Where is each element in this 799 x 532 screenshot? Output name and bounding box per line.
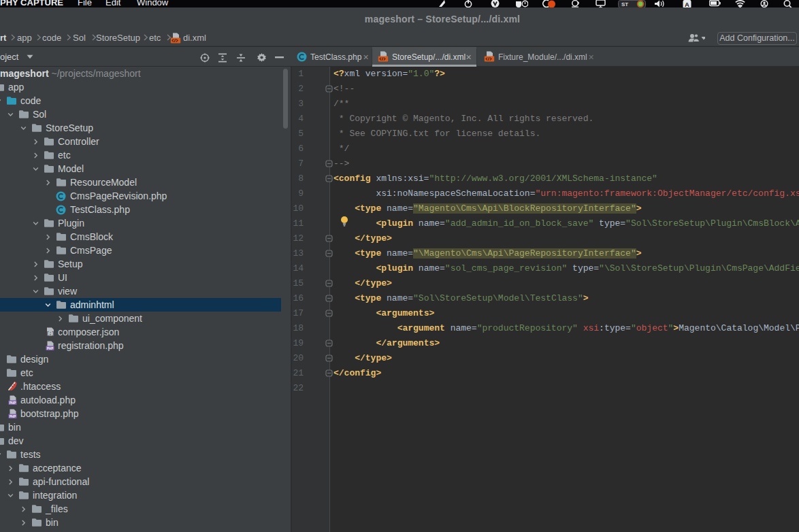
svg-text:PHP: PHP: [47, 347, 53, 350]
svg-text:ST: ST: [621, 1, 628, 7]
svg-text:PHP: PHP: [10, 401, 16, 405]
svg-text:PHP: PHP: [10, 415, 16, 418]
svg-text:A: A: [685, 1, 689, 7]
svg-text:{;}: {;}: [46, 331, 55, 336]
